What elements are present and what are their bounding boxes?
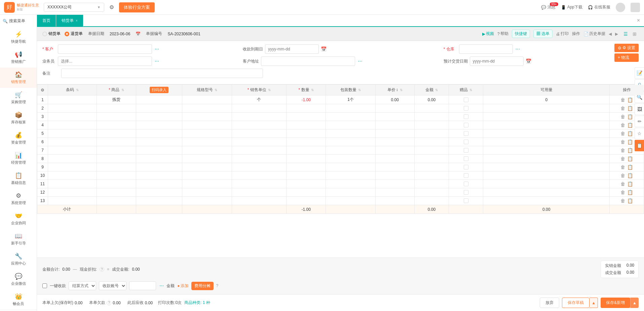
barcode-input[interactable] [62, 190, 82, 195]
row-gift[interactable] [449, 155, 483, 163]
sidebar-item-finance[interactable]: 💰 资金管理 [0, 128, 37, 148]
avatar[interactable] [616, 3, 625, 12]
sidebar-item-wechat[interactable]: 💬 企业微信 [0, 269, 37, 289]
discount-help-icon[interactable]: ? [100, 267, 104, 272]
video-link[interactable]: ▶ 视频 [482, 31, 494, 37]
row-unit[interactable] [232, 188, 286, 197]
row-gift[interactable] [449, 121, 483, 129]
unit-sort[interactable]: ⇅ [268, 88, 271, 92]
date-calendar-icon[interactable]: 📅 [136, 32, 141, 36]
delete-icon[interactable]: 🗑 [620, 173, 625, 178]
discard-button[interactable]: 放弃 [540, 298, 559, 308]
row-amount[interactable]: 0.00 [414, 95, 449, 104]
row-unit[interactable] [232, 155, 286, 163]
row-amount[interactable] [414, 155, 449, 163]
company-selector[interactable]: XXXXXX公司 ▼ [44, 3, 104, 12]
float-star-btn[interactable]: ☆ [635, 128, 644, 139]
barcode-sort[interactable]: ⇅ [76, 88, 79, 92]
col-settings[interactable]: ⚙ [37, 85, 48, 95]
gift-checkbox[interactable] [464, 173, 468, 178]
row-unit[interactable] [232, 171, 286, 180]
barcode-input[interactable] [62, 131, 82, 136]
delete-icon[interactable]: 🗑 [620, 198, 625, 203]
addr-more-icon[interactable]: ··· [358, 58, 362, 64]
close-all-tabs-button[interactable]: × [633, 17, 644, 24]
row-unit[interactable] [232, 197, 286, 205]
row-gift[interactable] [449, 180, 483, 188]
row-qty[interactable] [287, 146, 326, 155]
row-price[interactable] [375, 188, 414, 197]
row-product[interactable] [97, 180, 136, 188]
row-amount[interactable] [414, 171, 449, 180]
delete-icon[interactable]: 🗑 [620, 181, 625, 187]
row-qty[interactable] [287, 180, 326, 188]
gift-checkbox[interactable] [464, 190, 468, 195]
row-price[interactable] [375, 113, 414, 121]
radio-sale[interactable]: 销货单 [42, 31, 61, 37]
account-select[interactable]: 收款账号 [99, 281, 126, 290]
gift-checkbox[interactable] [464, 114, 468, 119]
sidebar-item-guide[interactable]: 📖 新手引导 [0, 229, 37, 249]
copy-icon[interactable]: 📋 [627, 97, 633, 103]
warehouse-input[interactable]: 建材仓 [459, 44, 513, 54]
row-barcode[interactable] [48, 138, 97, 146]
barcode-input[interactable] [62, 198, 82, 203]
app-download-button[interactable]: 📱 App下载 [561, 4, 582, 10]
gift-checkbox[interactable] [464, 156, 468, 161]
row-price[interactable] [375, 121, 414, 129]
row-gift[interactable] [449, 104, 483, 113]
row-product[interactable] [97, 129, 136, 138]
row-amount[interactable] [414, 163, 449, 171]
sidebar-item-inventory[interactable]: 📦 库存核算 [0, 108, 37, 128]
account-number-input[interactable] [129, 281, 156, 290]
gift-checkbox[interactable] [464, 98, 468, 102]
row-spec[interactable] [182, 138, 232, 146]
save-new-button[interactable]: 保存&新增 [601, 298, 630, 308]
gift-checkbox[interactable] [464, 148, 468, 153]
ops-button[interactable]: 操作 [572, 31, 580, 37]
row-gift[interactable] [449, 197, 483, 205]
row-gift[interactable] [449, 188, 483, 197]
row-price[interactable] [375, 155, 414, 163]
row-qty[interactable] [287, 155, 326, 163]
grid-view-btn[interactable]: ⊞ [631, 31, 639, 37]
delete-icon[interactable]: 🗑 [620, 114, 625, 119]
delete-icon[interactable]: 🗑 [620, 156, 625, 161]
price-sort[interactable]: ⇅ [400, 88, 403, 92]
barcode-input[interactable] [62, 106, 82, 111]
gift-checkbox[interactable] [464, 165, 468, 169]
settings-button[interactable]: ⚙ [107, 3, 116, 12]
row-barcode[interactable] [48, 163, 97, 171]
row-unit[interactable] [232, 180, 286, 188]
shortcut-button[interactable]: 快捷键 [512, 30, 530, 38]
receipt-date-input[interactable] [265, 44, 319, 54]
row-product[interactable] [97, 197, 136, 205]
delivery-date-input[interactable] [470, 56, 524, 66]
row-price[interactable] [375, 171, 414, 180]
row-barcode[interactable] [48, 188, 97, 197]
prev-arrow[interactable]: ◀ [609, 32, 612, 36]
row-spec[interactable] [182, 188, 232, 197]
row-qty[interactable] [287, 129, 326, 138]
copy-icon[interactable]: 📋 [627, 148, 633, 153]
row-gift[interactable] [449, 171, 483, 180]
copy-icon[interactable]: 📋 [627, 114, 633, 119]
customer-more-icon[interactable]: ··· [155, 46, 159, 52]
row-gift[interactable] [449, 138, 483, 146]
choose-button[interactable]: ☰ 选单 [533, 30, 553, 38]
row-qty[interactable] [287, 121, 326, 129]
user-menu[interactable] [631, 3, 640, 12]
delete-icon[interactable]: 🗑 [620, 122, 625, 128]
row-spec[interactable] [182, 104, 232, 113]
account-more-icon[interactable]: ··· [159, 283, 164, 289]
copy-icon[interactable]: 📋 [627, 190, 633, 195]
row-qty[interactable] [287, 104, 326, 113]
row-amount[interactable] [414, 113, 449, 121]
row-spec[interactable] [182, 95, 232, 104]
amount-sort[interactable]: ⇅ [435, 88, 438, 92]
delete-icon[interactable]: 🗑 [620, 131, 625, 136]
delete-icon[interactable]: 🗑 [620, 164, 625, 170]
row-spec[interactable] [182, 155, 232, 163]
row-qty[interactable] [287, 113, 326, 121]
copy-icon[interactable]: 📋 [627, 106, 633, 111]
